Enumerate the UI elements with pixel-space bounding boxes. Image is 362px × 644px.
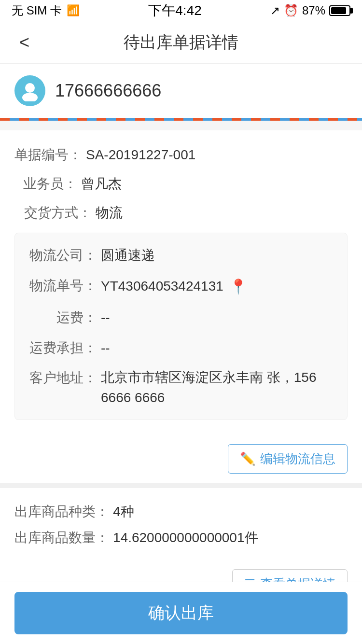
goods-quantity-row: 出库商品数量： 14.620000000000001件 — [14, 529, 348, 547]
goods-type-label: 出库商品种类： — [14, 503, 109, 521]
user-avatar-icon — [19, 80, 41, 101]
logistics-card: 物流公司： 圆通速递 物流单号： YT43064053424131 📍 运费： … — [14, 233, 348, 420]
logistics-company-label: 物流公司： — [29, 245, 97, 266]
tracking-no-value: YT43064053424131 📍 — [97, 275, 333, 298]
status-bar: 无 SIM 卡 📶 下午4:42 ↗ ⏰ 87% — [0, 0, 362, 21]
sales-person-label: 业务员： — [14, 174, 77, 194]
battery-fill — [331, 7, 346, 14]
goods-type-row: 出库商品种类： 4种 — [14, 503, 348, 521]
back-button[interactable]: < — [14, 28, 34, 57]
address-row: 客户地址： 北京市市辖区海淀区永丰南 张，156 6666 6666 — [29, 367, 333, 408]
delivery-method-label: 交货方式： — [14, 203, 92, 223]
freight-bear-value: -- — [97, 337, 333, 359]
map-pin-icon[interactable]: 📍 — [229, 275, 247, 298]
confirm-outbound-button[interactable]: 确认出库 — [14, 592, 348, 634]
goods-quantity-value: 14.620000000000001件 — [109, 529, 258, 547]
status-time: 下午4:42 — [148, 1, 202, 20]
customer-section: 17666666666 — [0, 64, 362, 118]
nav-bar: < 待出库单据详情 — [0, 21, 362, 64]
battery-percent: 87% — [302, 4, 325, 17]
goods-quantity-label: 出库商品数量： — [14, 529, 109, 547]
edit-logistics-button[interactable]: ✏️ 编辑物流信息 — [228, 444, 348, 474]
address-value: 北京市市辖区海淀区永丰南 张，156 6666 6666 — [97, 367, 333, 408]
goods-type-value: 4种 — [109, 503, 134, 521]
wifi-icon: 📶 — [67, 4, 80, 17]
freight-bear-row: 运费承担： -- — [29, 337, 333, 359]
status-left: 无 SIM 卡 📶 — [12, 3, 80, 18]
edit-logistics-label: 编辑物流信息 — [260, 450, 335, 467]
avatar — [14, 75, 45, 106]
edit-icon: ✏️ — [240, 451, 255, 466]
customer-phone: 17666666666 — [55, 81, 161, 101]
address-label: 客户地址： — [29, 367, 97, 389]
freight-bear-label: 运费承担： — [29, 337, 97, 359]
sales-person-row: 业务员： 曾凡杰 — [14, 174, 348, 194]
goods-section: 出库商品种类： 4种 出库商品数量： 14.620000000000001件 — [0, 488, 362, 564]
alarm-icon: ⏰ — [284, 4, 298, 17]
logistics-company-value: 圆通速递 — [97, 245, 333, 266]
location-service-icon: ↗ — [270, 4, 280, 17]
section-divider — [0, 483, 362, 488]
order-info-section: 单据编号： SA-20191227-001 业务员： 曾凡杰 交货方式： 物流 … — [0, 130, 362, 434]
svg-point-1 — [22, 93, 38, 101]
delivery-method-value: 物流 — [92, 203, 348, 223]
edit-logistics-wrap: ✏️ 编辑物流信息 — [0, 434, 362, 483]
page-title: 待出库单据详情 — [124, 31, 238, 54]
status-right: ↗ ⏰ 87% — [270, 4, 350, 17]
battery-icon — [329, 5, 350, 16]
freight-value: -- — [97, 307, 333, 329]
delivery-method-row: 交货方式： 物流 — [14, 203, 348, 223]
dashed-divider — [0, 118, 362, 121]
freight-label: 运费： — [29, 307, 97, 329]
logistics-company-row: 物流公司： 圆通速递 — [29, 245, 333, 266]
svg-point-0 — [25, 83, 35, 93]
order-no-label: 单据编号： — [14, 145, 82, 165]
order-no-row: 单据编号： SA-20191227-001 — [14, 145, 348, 165]
confirm-button-wrap: 确认出库 — [0, 582, 362, 644]
sales-person-value: 曾凡杰 — [77, 174, 348, 194]
confirm-outbound-label: 确认出库 — [148, 602, 214, 624]
tracking-no-label: 物流单号： — [29, 275, 97, 297]
carrier-label: 无 SIM 卡 — [12, 3, 62, 18]
order-no-value: SA-20191227-001 — [82, 145, 348, 165]
freight-row: 运费： -- — [29, 307, 333, 329]
tracking-no-row: 物流单号： YT43064053424131 📍 — [29, 275, 333, 298]
